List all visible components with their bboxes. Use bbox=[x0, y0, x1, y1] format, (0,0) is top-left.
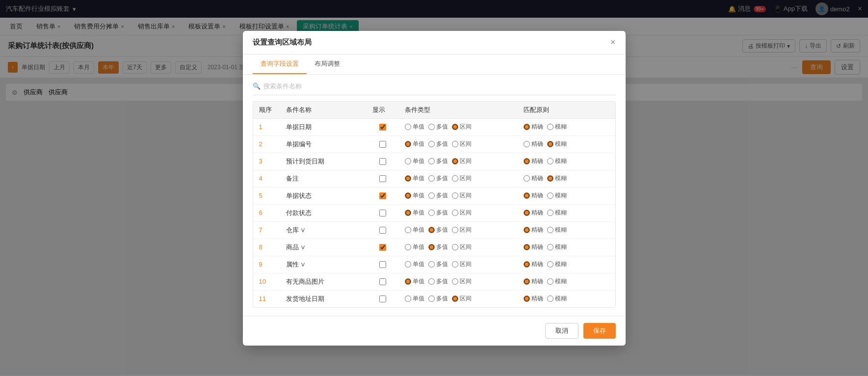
radio-single-4[interactable]: 单值 bbox=[405, 191, 424, 200]
radio-fuzzy-3[interactable]: 模糊 bbox=[547, 174, 567, 183]
dialog-close-button[interactable]: × bbox=[610, 38, 616, 47]
cell-type: 单值 多值 区间 bbox=[399, 290, 518, 307]
cell-type: 单值 多值 区间 bbox=[399, 256, 518, 273]
radio-multi-1[interactable]: 多值 bbox=[428, 140, 448, 148]
radio-exact-4[interactable]: 精确 bbox=[524, 191, 543, 200]
cell-type: 单值 多值 区间 bbox=[399, 118, 518, 135]
radio-fuzzy-5[interactable]: 模糊 bbox=[547, 209, 567, 217]
radio-multi-0[interactable]: 多值 bbox=[428, 123, 448, 131]
radio-range-9[interactable]: 区间 bbox=[452, 277, 472, 286]
radio-multi-4[interactable]: 多值 bbox=[428, 191, 448, 200]
radio-fuzzy-0[interactable]: 模糊 bbox=[547, 123, 567, 131]
cell-name: 单据日期 bbox=[280, 118, 367, 135]
radio-multi-9[interactable]: 多值 bbox=[428, 277, 448, 286]
show-checkbox-1[interactable] bbox=[379, 141, 386, 148]
radio-multi-3[interactable]: 多值 bbox=[428, 174, 448, 183]
show-checkbox-0[interactable] bbox=[379, 124, 386, 131]
radio-exact-8[interactable]: 精确 bbox=[524, 260, 543, 269]
table-row: 3 预计到货日期 单值 多值 区间 bbox=[253, 153, 615, 170]
radio-single-9[interactable]: 单值 bbox=[405, 277, 424, 286]
radio-range-0[interactable]: 区间 bbox=[452, 123, 472, 131]
radio-single-2[interactable]: 单值 bbox=[405, 157, 424, 165]
radio-fuzzy-10[interactable]: 模糊 bbox=[547, 295, 567, 303]
show-checkbox-7[interactable] bbox=[379, 244, 386, 251]
table-row: 1 单据日期 单值 多值 区间 bbox=[253, 118, 615, 135]
radio-multi-8[interactable]: 多值 bbox=[428, 260, 448, 269]
dialog-header: 设置查询区域布局 × bbox=[243, 31, 626, 54]
table-row: 2 单据编号 单值 多值 区间 bbox=[253, 135, 615, 153]
cell-name: 备注 bbox=[280, 170, 367, 187]
search-input[interactable] bbox=[263, 82, 362, 90]
cell-order: 10 bbox=[253, 273, 280, 290]
radio-single-7[interactable]: 单值 bbox=[405, 243, 424, 251]
radio-single-5[interactable]: 单值 bbox=[405, 209, 424, 217]
cell-show bbox=[367, 118, 399, 135]
radio-exact-9[interactable]: 精确 bbox=[524, 277, 543, 286]
cancel-button[interactable]: 取消 bbox=[545, 323, 579, 339]
radio-fuzzy-4[interactable]: 模糊 bbox=[547, 191, 567, 200]
radio-range-2[interactable]: 区间 bbox=[452, 157, 472, 165]
radio-range-10[interactable]: 区间 bbox=[452, 295, 472, 303]
radio-range-3[interactable]: 区间 bbox=[452, 174, 472, 183]
radio-fuzzy-9[interactable]: 模糊 bbox=[547, 277, 567, 286]
th-match: 匹配原则 bbox=[518, 102, 615, 119]
dialog-tab-fields[interactable]: 查询字段设置 bbox=[253, 54, 307, 74]
cell-show bbox=[367, 135, 399, 153]
radio-range-8[interactable]: 区间 bbox=[452, 260, 472, 269]
save-button[interactable]: 保存 bbox=[583, 323, 616, 339]
cell-match: 精确 模糊 bbox=[518, 153, 615, 170]
radio-exact-2[interactable]: 精确 bbox=[524, 157, 543, 165]
th-order: 顺序 bbox=[253, 102, 280, 119]
radio-range-5[interactable]: 区间 bbox=[452, 209, 472, 217]
cell-order: 11 bbox=[253, 290, 280, 307]
radio-multi-2[interactable]: 多值 bbox=[428, 157, 448, 165]
radio-single-0[interactable]: 单值 bbox=[405, 123, 424, 131]
radio-single-10[interactable]: 单值 bbox=[405, 295, 424, 303]
radio-fuzzy-1[interactable]: 模糊 bbox=[547, 140, 567, 148]
cell-order: 9 bbox=[253, 256, 280, 273]
radio-fuzzy-8[interactable]: 模糊 bbox=[547, 260, 567, 269]
radio-exact-6[interactable]: 精确 bbox=[524, 226, 543, 234]
cell-show bbox=[367, 221, 399, 239]
radio-multi-5[interactable]: 多值 bbox=[428, 209, 448, 217]
radio-single-6[interactable]: 单值 bbox=[405, 226, 424, 234]
radio-range-4[interactable]: 区间 bbox=[452, 191, 472, 200]
cell-match: 精确 模糊 bbox=[518, 187, 615, 204]
radio-fuzzy-6[interactable]: 模糊 bbox=[547, 226, 567, 234]
show-checkbox-4[interactable] bbox=[379, 192, 386, 199]
show-checkbox-8[interactable] bbox=[379, 261, 386, 268]
cell-type: 单值 多值 区间 bbox=[399, 239, 518, 256]
radio-single-1[interactable]: 单值 bbox=[405, 140, 424, 148]
radio-exact-10[interactable]: 精确 bbox=[524, 295, 543, 303]
show-checkbox-2[interactable] bbox=[379, 158, 386, 165]
th-show: 显示 bbox=[367, 102, 399, 119]
show-checkbox-9[interactable] bbox=[379, 278, 386, 285]
radio-range-6[interactable]: 区间 bbox=[452, 226, 472, 234]
radio-range-7[interactable]: 区间 bbox=[452, 243, 472, 251]
radio-exact-3[interactable]: 精确 bbox=[524, 174, 543, 183]
radio-single-3[interactable]: 单值 bbox=[405, 174, 424, 183]
radio-fuzzy-7[interactable]: 模糊 bbox=[547, 243, 567, 251]
show-checkbox-10[interactable] bbox=[379, 295, 386, 302]
radio-single-8[interactable]: 单值 bbox=[405, 260, 424, 269]
cell-match: 精确 模糊 bbox=[518, 273, 615, 290]
radio-multi-6[interactable]: 多值 bbox=[428, 226, 448, 234]
radio-multi-10[interactable]: 多值 bbox=[428, 295, 448, 303]
cell-match: 精确 模糊 bbox=[518, 256, 615, 273]
radio-exact-7[interactable]: 精确 bbox=[524, 243, 543, 251]
show-checkbox-5[interactable] bbox=[379, 210, 386, 216]
show-checkbox-3[interactable] bbox=[379, 175, 386, 182]
radio-fuzzy-2[interactable]: 模糊 bbox=[547, 157, 567, 165]
show-checkbox-6[interactable] bbox=[379, 227, 386, 234]
dialog-footer: 取消 保存 bbox=[243, 316, 626, 346]
radio-exact-5[interactable]: 精确 bbox=[524, 209, 543, 217]
radio-exact-1[interactable]: 精确 bbox=[524, 140, 543, 148]
radio-exact-0[interactable]: 精确 bbox=[524, 123, 543, 131]
radio-range-1[interactable]: 区间 bbox=[452, 140, 472, 148]
cell-type: 单值 多值 区间 bbox=[399, 187, 518, 204]
cell-name: 预计到货日期 bbox=[280, 153, 367, 170]
cell-match: 精确 模糊 bbox=[518, 118, 615, 135]
radio-multi-7[interactable]: 多值 bbox=[428, 243, 448, 251]
cell-name: 单据状态 bbox=[280, 187, 367, 204]
dialog-tab-layout[interactable]: 布局调整 bbox=[307, 54, 348, 74]
